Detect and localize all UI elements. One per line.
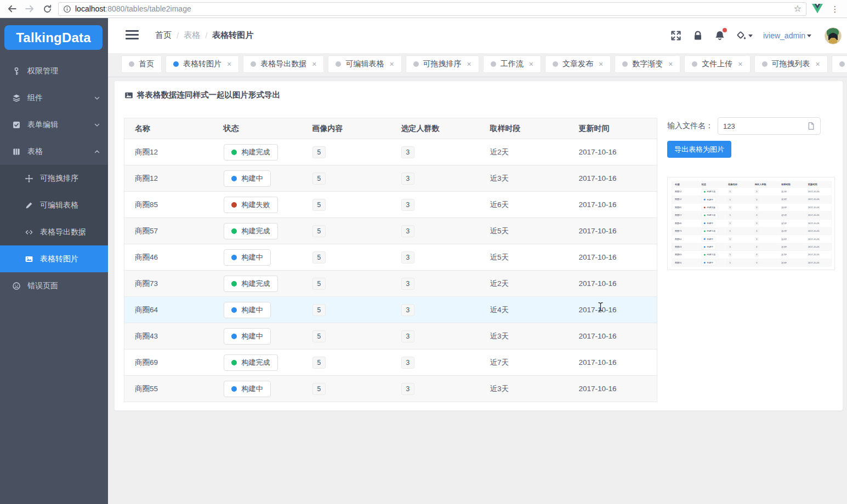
cell-status: 构建完成	[698, 188, 725, 196]
cell-status: 构建中	[213, 297, 302, 323]
close-icon[interactable]: ×	[738, 60, 742, 68]
tab-dot-icon	[129, 61, 134, 67]
cell-name: 商圈69	[124, 350, 213, 376]
status-badge: 构建完成	[224, 223, 278, 239]
table-row[interactable]: 商圈43构建中53近3天2017-10-16	[124, 323, 657, 350]
cell-portrait-count: 5	[302, 350, 391, 376]
checkbox-icon	[12, 121, 21, 129]
status-dot-icon	[231, 386, 237, 392]
browser-refresh-button[interactable]	[41, 2, 54, 15]
tab-table-to-image[interactable]: 表格转图片×	[166, 55, 239, 73]
close-icon[interactable]: ×	[227, 60, 231, 68]
export-preview-image: 名称状态画像内容选定人群数取样时段更新时间 商圈12构建完成53近2天2017-…	[667, 177, 835, 270]
crowd-count-tag: 3	[755, 237, 759, 241]
browser-menu-icon[interactable]: ⋮	[828, 2, 842, 15]
cell-name: 商圈57	[124, 218, 213, 244]
fullscreen-icon[interactable]	[670, 30, 682, 42]
table-row[interactable]: 商圈85构建失败53近6天2017-10-16	[124, 192, 657, 218]
sidebar-item-error-page[interactable]: 错误页面	[0, 272, 108, 299]
filename-input[interactable]	[723, 122, 807, 130]
table-row[interactable]: 商圈12构建完成53近2天2017-10-16	[124, 139, 657, 165]
tab-markdown-editor[interactable]: Markdown编辑器×	[832, 55, 847, 73]
close-icon[interactable]: ×	[389, 60, 394, 68]
portrait-count-tag: 5	[728, 198, 732, 202]
sidebar-item-table-export[interactable]: 表格导出数据	[0, 219, 108, 245]
address-bar[interactable]: localhost:8080/tables/table2image ☆	[58, 2, 806, 16]
close-icon[interactable]: ×	[668, 60, 673, 68]
tab-workflow[interactable]: 工作流×	[483, 55, 541, 73]
status-badge: 构建中	[224, 170, 271, 187]
crowd-count-tag: 3	[755, 205, 759, 209]
crowd-count-tag: 3	[755, 221, 759, 225]
export-table-button[interactable]: 导出表格为图片	[667, 141, 731, 158]
cell-name: 商圈57	[672, 211, 698, 219]
tab-dot-icon	[553, 61, 558, 67]
cell-portrait-count: 5	[302, 297, 391, 323]
grid-icon	[12, 147, 21, 156]
sidebar-item-drag-sort[interactable]: 可拖拽排序	[0, 165, 108, 192]
avatar[interactable]	[825, 27, 842, 44]
close-icon[interactable]: ×	[529, 60, 533, 68]
hamburger-menu-icon[interactable]	[126, 30, 139, 42]
table-row[interactable]: 商圈12构建中53近3天2017-10-16	[124, 165, 657, 192]
table-row[interactable]: 商圈69构建完成53近7天2017-10-16	[124, 350, 657, 376]
table-row[interactable]: 商圈64构建中53近4天2017-10-16	[124, 297, 657, 323]
user-menu[interactable]: iview_admin	[763, 31, 811, 40]
status-badge: 构建完成	[701, 189, 718, 194]
bookmark-star-icon[interactable]: ☆	[794, 4, 801, 13]
portrait-count-tag: 5	[728, 245, 732, 249]
tab-home[interactable]: 首页	[121, 55, 162, 73]
tab-file-upload[interactable]: 文件上传×	[684, 55, 750, 73]
table-row[interactable]: 商圈55构建中53近3天2017-10-16	[124, 376, 657, 402]
theme-switcher-icon[interactable]	[736, 30, 753, 42]
tab-editable-table[interactable]: 可编辑表格×	[328, 55, 401, 73]
page-tabs: 首页 表格转图片× 表格导出数据× 可编辑表格× 可拖拽排序× 工作流× 文章发…	[108, 53, 847, 77]
sidebar-item-table-to-image[interactable]: 表格转图片	[0, 245, 108, 272]
sidebar-item-components[interactable]: 组件	[0, 84, 108, 111]
tab-number-gradient[interactable]: 数字渐变×	[615, 55, 680, 73]
tab-drag-sort[interactable]: 可拖拽排序×	[406, 55, 479, 73]
cell-status: 构建中	[698, 219, 725, 227]
table-row[interactable]: 商圈46构建中53近5天2017-10-16	[124, 244, 657, 271]
cell-status: 构建中	[698, 235, 725, 243]
close-icon[interactable]: ×	[599, 60, 603, 68]
sidebar-item-form-edit[interactable]: 表单编辑	[0, 111, 108, 138]
preview-header-row: 名称状态画像内容选定人群数取样时段更新时间	[672, 181, 832, 187]
browser-forward-button[interactable]	[23, 2, 36, 15]
crowd-count-tag: 3	[755, 214, 759, 217]
portrait-count-tag: 5	[312, 357, 326, 369]
lock-screen-icon[interactable]	[692, 30, 704, 42]
browser-back-button[interactable]	[5, 2, 19, 15]
app-logo[interactable]: TalkingData	[4, 25, 103, 50]
page-info-icon[interactable]	[63, 5, 71, 13]
sidebar-item-editable-table[interactable]: 可编辑表格	[0, 192, 108, 219]
sidebar-item-permissions[interactable]: 权限管理	[0, 58, 108, 84]
chevron-down-icon	[748, 35, 753, 37]
cell-updated: 2017-10-16	[805, 235, 832, 243]
status-dot-icon	[704, 230, 706, 232]
cell-portrait-count: 5	[725, 227, 752, 235]
tab-table-export[interactable]: 表格导出数据×	[243, 55, 324, 73]
close-icon[interactable]: ×	[467, 60, 471, 68]
column-header: 名称	[124, 118, 213, 139]
breadcrumb-home[interactable]: 首页	[155, 30, 172, 41]
close-icon[interactable]: ×	[816, 60, 820, 68]
breadcrumb-tables[interactable]: 表格	[184, 30, 200, 41]
data-table-container: 名称状态画像内容选定人群数取样时段更新时间 商圈12构建完成53近2天2017-…	[124, 118, 657, 402]
cell-name: 商圈12	[124, 165, 213, 192]
status-dot-icon	[704, 214, 706, 216]
close-icon[interactable]: ×	[312, 60, 316, 68]
notifications-bell-icon[interactable]	[714, 30, 726, 42]
chevron-down-icon	[807, 35, 811, 37]
table-row[interactable]: 商圈73构建完成53近2天2017-10-16	[124, 271, 657, 297]
vue-devtools-extension-icon[interactable]	[811, 2, 824, 15]
sidebar-item-label: 权限管理	[27, 66, 58, 76]
tab-article-publish[interactable]: 文章发布×	[545, 55, 611, 73]
status-badge: 构建中	[701, 197, 715, 202]
filename-input-wrapper	[718, 117, 821, 135]
cell-updated: 2017-10-16	[569, 350, 657, 376]
sidebar-item-tables[interactable]: 表格	[0, 138, 108, 165]
table-row[interactable]: 商圈57构建完成53近5天2017-10-16	[124, 218, 657, 244]
preview-table-row: 商圈69构建完成53近7天2017-10-16	[672, 251, 832, 259]
tab-drag-list[interactable]: 可拖拽列表×	[754, 55, 828, 73]
